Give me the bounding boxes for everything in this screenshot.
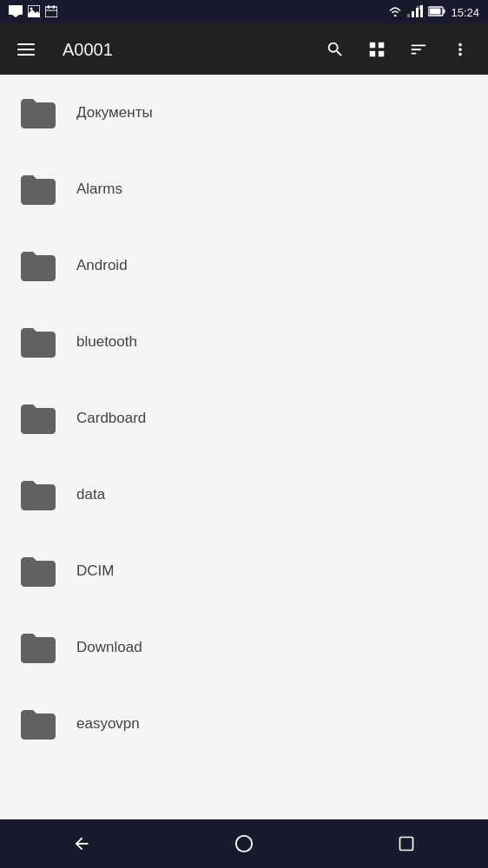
folder-icon — [17, 248, 59, 283]
svg-point-18 — [236, 836, 252, 852]
status-bar-left — [9, 5, 57, 20]
svg-rect-16 — [444, 9, 445, 13]
sort-icon — [409, 40, 428, 59]
file-name: bluetooth — [76, 333, 137, 351]
recent-apps-icon — [398, 835, 415, 852]
home-icon — [234, 834, 254, 853]
home-button[interactable] — [218, 826, 270, 861]
signal-icon: R — [407, 5, 423, 20]
svg-marker-13 — [407, 14, 410, 17]
list-item[interactable]: Cardboard — [0, 380, 488, 457]
folder-icon — [17, 630, 59, 665]
file-name: Alarms — [76, 181, 122, 198]
status-time: 15:24 — [451, 6, 479, 19]
file-name: Download — [76, 639, 142, 656]
file-name: Android — [76, 257, 128, 274]
calendar-icon — [45, 5, 57, 20]
sort-button[interactable] — [401, 32, 436, 67]
svg-rect-17 — [430, 8, 441, 14]
file-list: Документы Alarms Android bluetooth — [0, 75, 488, 819]
app-bar: A0001 — [0, 24, 488, 75]
wifi-icon — [388, 6, 402, 19]
app-bar-title: A0001 — [63, 40, 304, 60]
svg-marker-12 — [412, 11, 414, 17]
search-button[interactable] — [318, 32, 353, 67]
list-item[interactable]: Документы — [0, 75, 488, 151]
svg-text:R: R — [417, 5, 421, 10]
file-name: data — [76, 486, 105, 503]
svg-rect-5 — [45, 7, 57, 17]
svg-point-9 — [394, 14, 396, 16]
list-item[interactable]: Download — [0, 609, 488, 686]
list-item[interactable]: DCIM — [0, 533, 488, 609]
list-item[interactable]: Android — [0, 227, 488, 304]
more-options-button[interactable] — [443, 32, 478, 67]
battery-icon — [428, 6, 445, 19]
list-item[interactable]: easyovpn — [0, 686, 488, 762]
folder-icon — [17, 477, 59, 512]
bottom-nav — [0, 819, 488, 868]
svg-marker-4 — [28, 10, 40, 17]
file-name: DCIM — [76, 562, 114, 580]
status-bar: R 15:24 — [0, 0, 488, 24]
folder-icon — [17, 95, 59, 130]
list-item[interactable]: Alarms — [0, 151, 488, 227]
app-bar-icons — [318, 32, 478, 67]
back-button[interactable] — [56, 826, 108, 861]
status-bar-right: R 15:24 — [388, 5, 479, 20]
more-icon — [451, 40, 470, 59]
svg-marker-10 — [420, 5, 423, 17]
folder-icon — [17, 554, 59, 589]
menu-button[interactable] — [10, 36, 42, 62]
folder-icon — [17, 707, 59, 741]
svg-rect-0 — [9, 5, 23, 15]
list-item[interactable]: bluetooth — [0, 304, 488, 380]
svg-rect-19 — [400, 838, 413, 851]
file-name: easyovpn — [76, 715, 140, 733]
back-icon — [72, 834, 91, 853]
folder-icon — [17, 401, 59, 436]
file-name: Документы — [76, 104, 153, 122]
folder-icon — [17, 172, 59, 207]
recent-apps-button[interactable] — [380, 826, 432, 861]
folder-icon — [17, 325, 59, 359]
svg-marker-1 — [12, 15, 19, 17]
grid-view-button[interactable] — [359, 32, 394, 67]
image-icon — [28, 5, 40, 20]
file-name: Cardboard — [76, 410, 146, 427]
search-icon — [326, 40, 345, 59]
message-icon — [9, 5, 23, 20]
list-item[interactable]: data — [0, 457, 488, 533]
grid-icon — [367, 40, 386, 59]
